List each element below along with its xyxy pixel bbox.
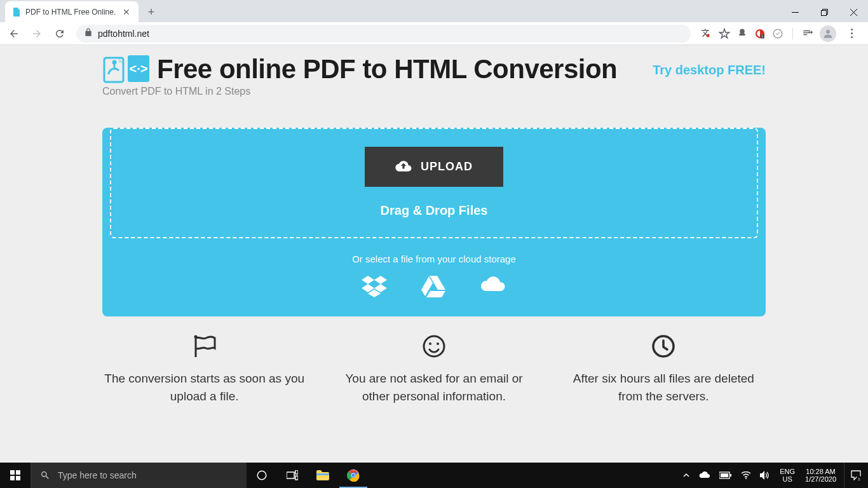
file-explorer-icon[interactable] xyxy=(308,463,338,488)
url-text: pdftohtml.net xyxy=(98,29,149,39)
flag-icon xyxy=(192,334,217,361)
back-button[interactable] xyxy=(4,24,24,44)
feature-item: The conversion starts as soon as you upl… xyxy=(102,334,306,405)
features-row: The conversion starts as soon as you upl… xyxy=(102,334,766,405)
wifi-icon[interactable] xyxy=(739,471,753,479)
svg-point-10 xyxy=(194,336,197,339)
search-icon xyxy=(40,470,50,480)
window-close-button[interactable] xyxy=(839,2,868,22)
star-icon[interactable] xyxy=(719,28,730,39)
svg-rect-1 xyxy=(707,34,710,37)
chrome-icon[interactable] xyxy=(338,463,369,488)
svg-point-13 xyxy=(437,342,439,345)
volume-icon[interactable] xyxy=(758,471,772,480)
svg-text:1: 1 xyxy=(761,34,763,38)
cortana-icon[interactable] xyxy=(247,463,277,488)
onedrive-icon[interactable] xyxy=(480,276,506,300)
feature-item: You are not asked for an email or other … xyxy=(332,334,536,405)
window-maximize-button[interactable] xyxy=(810,2,839,22)
language-indicator[interactable]: ENG US xyxy=(777,468,797,483)
feature-item: After six hours all files are deleted fr… xyxy=(562,334,766,405)
clock[interactable]: 10:28 AM 1/27/2020 xyxy=(803,468,839,483)
svg-point-15 xyxy=(257,471,266,480)
upload-button-label: UPLOAD xyxy=(421,160,473,173)
svg-rect-25 xyxy=(721,473,728,477)
browser-titlebar: PDF to HTML Free Online. ✕ + xyxy=(0,0,868,22)
upload-button[interactable]: UPLOAD xyxy=(365,147,503,187)
google-drive-icon[interactable] xyxy=(421,276,445,300)
svg-rect-26 xyxy=(730,474,731,477)
browser-tab[interactable]: PDF to HTML Free Online. ✕ xyxy=(5,1,139,22)
taskbar-search[interactable]: Type here to search xyxy=(31,463,247,488)
page-viewport[interactable]: <·> Free online PDF to HTML Conversion C… xyxy=(0,45,868,463)
svg-rect-17 xyxy=(295,470,298,474)
start-button[interactable] xyxy=(0,463,31,488)
svg-text:<·>: <·> xyxy=(130,62,148,76)
window-minimize-button[interactable] xyxy=(780,2,810,22)
favicon-icon xyxy=(11,7,22,17)
extension-icon-2[interactable]: 1 xyxy=(754,28,766,39)
upload-panel: UPLOAD Drag & Drop Files Or select a fil… xyxy=(102,128,766,316)
extension-icons: 1 xyxy=(697,25,864,42)
profile-avatar[interactable] xyxy=(820,25,836,42)
dropzone[interactable]: UPLOAD Drag & Drop Files xyxy=(110,128,758,238)
feature-text: After six hours all files are deleted fr… xyxy=(562,370,766,405)
onedrive-tray-icon[interactable] xyxy=(697,471,712,479)
logo-icon: <·> xyxy=(102,54,152,85)
browser-toolbar: pdftohtml.net 1 xyxy=(0,22,868,45)
browser-menu-button[interactable] xyxy=(843,29,860,38)
feature-text: The conversion starts as soon as you upl… xyxy=(102,370,306,405)
smile-icon xyxy=(422,334,446,361)
tab-title: PDF to HTML Free Online. xyxy=(25,8,117,17)
cloud-upload-icon xyxy=(395,158,412,175)
translate-icon[interactable] xyxy=(701,28,712,39)
reading-list-icon[interactable] xyxy=(802,28,813,39)
tray-chevron-icon[interactable] xyxy=(681,471,692,479)
svg-rect-19 xyxy=(316,473,329,475)
svg-point-23 xyxy=(352,474,355,477)
svg-point-12 xyxy=(429,342,431,345)
page-subtitle: Convert PDF to HTML in 2 Steps xyxy=(102,86,617,97)
address-bar[interactable]: pdftohtml.net xyxy=(76,25,691,43)
svg-point-7 xyxy=(113,61,116,64)
dropbox-icon[interactable] xyxy=(362,276,387,300)
extension-icon-3[interactable] xyxy=(772,28,783,39)
clock-icon xyxy=(651,334,675,361)
forward-button[interactable] xyxy=(27,24,47,44)
divider xyxy=(792,28,793,39)
new-tab-button[interactable]: + xyxy=(142,3,160,21)
svg-point-27 xyxy=(745,478,747,479)
svg-rect-18 xyxy=(295,476,298,480)
cloud-storage-text: Or select a file from your cloud storage xyxy=(102,254,766,264)
svg-rect-0 xyxy=(821,10,826,15)
reload-button[interactable] xyxy=(50,24,70,44)
desktop-cta-link[interactable]: Try desktop FREE! xyxy=(653,63,766,78)
tab-close-icon[interactable]: ✕ xyxy=(121,7,132,17)
extension-icon-1[interactable] xyxy=(736,28,748,39)
feature-text: You are not asked for an email or other … xyxy=(332,370,536,405)
action-center-icon[interactable]: 1 xyxy=(844,463,867,488)
windows-taskbar: Type here to search ENG US 10:28 AM 1/27… xyxy=(0,463,868,488)
svg-point-11 xyxy=(424,336,444,356)
lock-icon xyxy=(84,28,93,39)
task-view-icon[interactable] xyxy=(277,463,308,488)
page-title: Free online PDF to HTML Conversion xyxy=(157,54,617,85)
battery-icon[interactable] xyxy=(717,471,734,479)
search-placeholder: Type here to search xyxy=(58,470,137,480)
svg-rect-16 xyxy=(287,472,294,478)
drag-drop-text: Drag & Drop Files xyxy=(111,203,757,218)
